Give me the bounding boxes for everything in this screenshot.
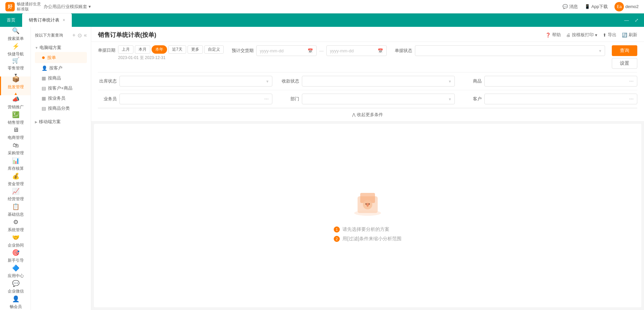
sidebar-item-ecommerce[interactable]: 🖥 电商管理 xyxy=(0,126,31,141)
date-btn-this-month[interactable]: 本月 xyxy=(135,45,150,54)
sidebar-item-search[interactable]: 🔍 搜索菜单 xyxy=(0,27,31,42)
marketing-icon: 📣 xyxy=(12,96,19,103)
status-select-arrow-icon: ▾ xyxy=(599,48,601,53)
page-title: 销售订单统计表(按单) xyxy=(98,31,156,39)
sidebar-item-app-center[interactable]: 🔷 应用中心 xyxy=(0,264,31,279)
sidebar-item-tutorial[interactable]: 🎯 新手引导 xyxy=(0,249,31,264)
salesperson-dots-icon: ··· xyxy=(264,96,269,102)
date-controls: 上月 本月 本年 近7天 更多 自定义 2023-01-01 至 2023-12… xyxy=(118,45,224,61)
scheme-by-goods[interactable]: ▦ 按商品 xyxy=(35,73,87,83)
app-download-button[interactable]: 📱 App下载 xyxy=(585,4,608,10)
print-icon: 🖨 xyxy=(566,33,571,38)
sidebar-item-finance[interactable]: 💰 资金管理 xyxy=(0,172,31,187)
expected-date-start-input[interactable]: yyyy-mm-dd 📅 xyxy=(256,45,317,56)
inventory-icon: 📊 xyxy=(12,157,19,164)
collapse-panel-button[interactable]: « xyxy=(84,32,87,39)
svg-point-5 xyxy=(369,203,370,205)
finance-icon: 💰 xyxy=(12,172,19,180)
enterprise-icon: 🤝 xyxy=(12,234,19,241)
tab-home[interactable]: 首页 xyxy=(0,13,22,27)
payment-status-label: 收款状态 xyxy=(280,78,299,84)
payment-status-select[interactable]: ▾ xyxy=(302,76,455,87)
sidebar-item-retail[interactable]: 🛒 零售管理 ▼ xyxy=(0,58,31,76)
status-label: 单据状态 xyxy=(395,48,412,54)
goods-select[interactable]: ··· xyxy=(484,76,637,87)
sidebar-item-system[interactable]: ⚙ 系统管理 xyxy=(0,218,31,234)
date-btn-7days[interactable]: 近7天 xyxy=(168,45,186,54)
collapse-up-icon: ⋀ xyxy=(352,112,356,117)
scheme-by-category[interactable]: ▤ 按商品分类 xyxy=(35,103,87,113)
refresh-icon: 🔄 xyxy=(622,33,627,38)
collapse-filters-button[interactable]: ⋀ 收起更多条件 xyxy=(98,108,637,121)
scheme-by-customer-goods[interactable]: ▤ 按客户+商品 xyxy=(35,83,87,93)
sidebar-item-purchase[interactable]: 🛍 采购管理 xyxy=(0,141,31,157)
date-range-display: 2023-01-01 至 2023-12-31 xyxy=(118,55,224,61)
mobile-scheme-title[interactable]: ▶ 移动端方案 xyxy=(35,117,87,126)
empty-state: 1 请先选择要分析的方案 2 用[过滤]条件来缩小分析范围 xyxy=(94,124,641,307)
salesperson-select[interactable]: ··· xyxy=(119,94,272,104)
scheme-by-order[interactable]: ● 按单 xyxy=(35,52,87,63)
query-button[interactable]: 查询 xyxy=(612,45,637,56)
pc-scheme-title[interactable]: ▼ 电脑端方案 xyxy=(35,43,87,52)
sidebar-item-wecom[interactable]: 💬 企业微信 xyxy=(0,279,31,295)
scheme-by-salesperson[interactable]: ▦ 按业务员 xyxy=(35,93,87,103)
sidebar-item-management[interactable]: 📈 经营管理 xyxy=(0,187,31,203)
goods-filter-group: 商品 ··· xyxy=(463,76,637,87)
expected-date-label: 预计交货期 xyxy=(232,48,254,54)
tab-bar-right: — ⤢ xyxy=(623,16,644,24)
refresh-button[interactable]: 🔄 刷新 xyxy=(622,32,637,38)
sidebar-item-enterprise[interactable]: 🤝 企业协同 xyxy=(0,233,31,249)
calendar-icon-2: 📅 xyxy=(378,48,383,53)
top-bar-left: 好 畅捷通好生意 标准版 办公用品行业模拟账套 ▾ xyxy=(5,2,91,11)
sidebar-item-marketing[interactable]: 📣 营销推广 xyxy=(0,95,31,111)
empty-tip-2: 2 用[过滤]条件来缩小分析范围 xyxy=(334,236,401,242)
avatar: Ea xyxy=(614,2,624,11)
date-btn-custom[interactable]: 自定义 xyxy=(204,45,224,54)
sidebar-item-wholesale[interactable]: 📦 批发管理 ▲ xyxy=(0,76,31,95)
add-scheme-button[interactable]: + xyxy=(72,32,75,39)
purchase-icon: 🛍 xyxy=(13,142,19,149)
logo-text: 畅捷通好生意 标准版 xyxy=(17,2,41,11)
export-button[interactable]: ⬆ 导出 xyxy=(603,32,616,38)
payment-status-group: 收款状态 ▾ xyxy=(280,76,455,87)
shipment-status-select[interactable]: ▾ xyxy=(119,76,272,87)
dept-select[interactable]: ▾ xyxy=(302,94,455,104)
sidebar-item-member[interactable]: 👤 畅会员 xyxy=(0,295,31,310)
sidebar-item-sales[interactable]: 💹 销售管理 xyxy=(0,110,31,126)
print-arrow-icon: ▾ xyxy=(595,33,597,38)
date-btn-this-year[interactable]: 本年 xyxy=(152,45,167,54)
logo-area: 好 畅捷通好生意 标准版 xyxy=(5,2,41,11)
salesperson-filter-group: 业务员 ··· xyxy=(98,94,272,104)
left-panel: 按以下方案查询 + ⊙ « ▼ 电脑端方案 ● 按单 👤 xyxy=(31,27,91,310)
date-label: 单据日期 xyxy=(98,45,115,53)
user-avatar-area[interactable]: Ea demo2 xyxy=(614,2,639,11)
date-buttons-row: 上月 本月 本年 近7天 更多 自定义 xyxy=(118,45,224,54)
date-btn-last-month[interactable]: 上月 xyxy=(118,45,133,54)
app-center-icon: 🔷 xyxy=(12,264,19,272)
tab-close-icon[interactable]: × xyxy=(63,18,65,22)
tab-bar: 首页 销售订单统计表 × — ⤢ xyxy=(0,13,644,27)
dept-arrow-icon: ▾ xyxy=(449,97,451,102)
tab-minimize-button[interactable]: — xyxy=(623,16,631,24)
shipment-arrow-icon: ▾ xyxy=(266,79,269,84)
expected-date-end-input[interactable]: yyyy-mm-dd 📅 xyxy=(326,45,387,56)
reset-button[interactable]: 设置 xyxy=(612,58,637,69)
status-filter-group: 单据状态 ▾ xyxy=(395,45,605,56)
sidebar-item-basic-info[interactable]: 📋 基础信息 xyxy=(0,203,31,218)
date-btn-more[interactable]: 更多 xyxy=(187,45,203,54)
scheme-by-customer[interactable]: 👤 按客户 xyxy=(35,63,87,73)
sidebar-item-inventory[interactable]: 📊 库存核算 xyxy=(0,157,31,172)
calendar-icon-1: 📅 xyxy=(308,48,313,53)
message-button[interactable]: 💬 消息 xyxy=(562,4,578,10)
status-select[interactable]: ▾ xyxy=(415,45,605,56)
settings-scheme-button[interactable]: ⊙ xyxy=(77,32,82,39)
customer-filter-group: 客户 ··· xyxy=(463,94,637,104)
help-icon: ❓ xyxy=(545,33,551,38)
sidebar-item-nav[interactable]: ⚡ 快捷导航 xyxy=(0,42,31,58)
tab-maximize-button[interactable]: ⤢ xyxy=(633,16,641,24)
template-print-button[interactable]: 🖨 按模板打印 ▾ xyxy=(566,32,597,38)
help-button[interactable]: ❓ 帮助 xyxy=(545,32,561,38)
right-content: 销售订单统计表(按单) ❓ 帮助 🖨 按模板打印 ▾ ⬆ 导出 xyxy=(91,27,644,310)
customer-select[interactable]: ··· xyxy=(484,94,637,104)
tab-sales-order[interactable]: 销售订单统计表 × xyxy=(22,13,72,27)
